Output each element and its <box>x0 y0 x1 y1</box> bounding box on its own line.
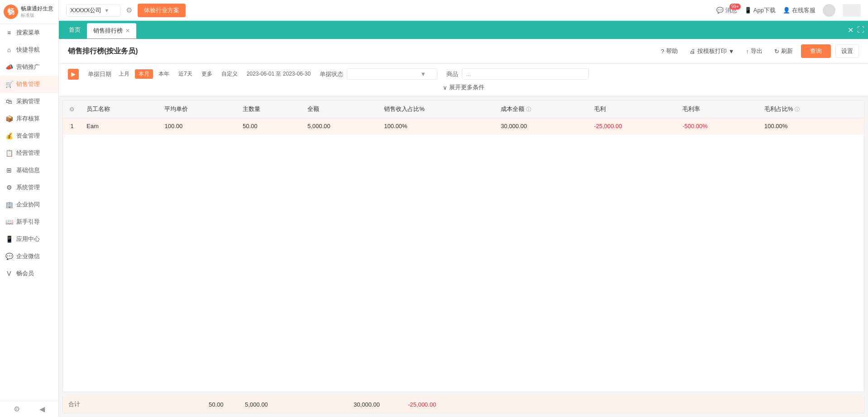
operations-icon: 📋 <box>5 149 13 157</box>
sidebar-item-inventory[interactable]: 📦 库存核算 <box>0 110 58 127</box>
company-selector[interactable]: XXXXX公司 ▼ <box>66 4 120 17</box>
collapse-icon[interactable]: ◀ <box>39 405 45 413</box>
app-label: App下载 <box>753 6 776 14</box>
company-name: XXXXX公司 <box>70 6 101 14</box>
date-tab-current-month[interactable]: 本月 <box>135 69 153 79</box>
date-tab-more[interactable]: 更多 <box>198 69 216 79</box>
tab-home[interactable]: 首页 <box>62 21 87 39</box>
sidebar-item-label: 资金管理 <box>16 132 40 140</box>
page-actions: ? 帮助 🖨 按模板打印 ▼ ↑ 导出 ↻ 刷新 查询 设置 <box>657 44 859 58</box>
sidebar-item-label: 新手引导 <box>16 218 40 226</box>
purchase-icon: 🛍 <box>5 98 13 105</box>
tab-label: 销售排行榜 <box>93 27 123 35</box>
sidebar-item-wechat[interactable]: 💬 企业微信 <box>0 248 58 265</box>
sidebar-item-label: 采购管理 <box>16 97 40 105</box>
date-tabs: 上月 本月 本年 近7天 更多 自定义 <box>115 69 241 79</box>
sidebar-item-marketing[interactable]: 📣 营销推广 <box>0 58 58 76</box>
sidebar-item-system[interactable]: ⚙ 系统管理 <box>0 179 58 196</box>
avatar[interactable] <box>823 4 835 17</box>
date-range-display: 2023-06-01 至 2023-06-30 <box>247 70 311 78</box>
sidebar-item-label: 库存核算 <box>16 115 40 123</box>
finance-icon: 💰 <box>5 132 13 139</box>
col-name-header: 员工名称 <box>81 101 159 118</box>
query-button[interactable]: 查询 <box>801 44 831 58</box>
sales-icon: 🛒 <box>5 81 13 88</box>
service-button[interactable]: 👤 在线客服 <box>783 6 815 14</box>
expand-down-icon: ∨ <box>443 84 447 91</box>
gross-pct-info-icon[interactable]: ⓘ <box>795 106 800 112</box>
sidebar-item-label: 系统管理 <box>16 183 40 192</box>
sidebar-item-sales[interactable]: 🛒 销售管理 <box>0 76 58 93</box>
date-tab-prev-month[interactable]: 上月 <box>115 69 133 79</box>
sidebar-item-label: 企业微信 <box>16 252 40 260</box>
sidebar-item-purchase[interactable]: 🛍 采购管理 <box>0 93 58 110</box>
sidebar-item-shortcut[interactable]: ⌂ 快捷导航 <box>0 41 58 58</box>
app-icon: 📱 <box>744 7 752 14</box>
col-avg-price-header: 平均单价 <box>159 101 237 118</box>
logo-text: 畅康通好生意 标准版 <box>21 5 53 19</box>
sidebar-item-member[interactable]: V 畅会员 <box>0 265 58 282</box>
refresh-button[interactable]: ↻ 刷新 <box>771 45 796 57</box>
filter-toggle-button[interactable]: ▶ <box>68 69 79 80</box>
sidebar-item-label: 企业协同 <box>16 201 40 209</box>
app-download-button[interactable]: 📱 App下载 <box>744 6 776 14</box>
settings-button[interactable]: 设置 <box>835 44 859 58</box>
sidebar-item-guide[interactable]: 📖 新手引导 <box>0 213 58 230</box>
col-settings: ⚙ <box>63 101 81 118</box>
date-tab-this-year[interactable]: 本年 <box>155 69 173 79</box>
cell-gross: -25,000.00 <box>589 118 677 134</box>
sidebar-item-apps[interactable]: 📱 应用中心 <box>0 230 58 248</box>
marketing-icon: 📣 <box>5 63 13 71</box>
sidebar-item-label: 营销推广 <box>16 63 40 71</box>
print-button[interactable]: 🖨 按模板打印 ▼ <box>686 45 738 57</box>
cell-sales-pct: 100.00% <box>379 118 495 134</box>
settings-icon[interactable]: ⚙ <box>126 6 132 14</box>
trial-button[interactable]: 体验行业方案 <box>138 4 186 17</box>
tab-close-icon[interactable]: ✕ <box>125 28 130 34</box>
sidebar-item-label: 应用中心 <box>16 235 40 243</box>
tab-bar: 首页 销售排行榜 ✕ ✕ ⛶ <box>59 21 868 39</box>
inventory-icon: 📦 <box>5 115 13 122</box>
expand-more-button[interactable]: ∨ 展开更多条件 <box>68 83 859 91</box>
print-icon: 🖨 <box>690 48 695 55</box>
message-icon: 💬 <box>716 7 724 14</box>
sidebar-bottom: ⚙ ◀ <box>0 401 58 417</box>
cell-gross-pct: 100.00% <box>759 118 864 134</box>
sidebar-item-label: 快捷导航 <box>16 46 40 54</box>
tab-close-window-icon[interactable]: ✕ <box>848 26 854 34</box>
content: 销售排行榜(按业务员) ? 帮助 🖨 按模板打印 ▼ ↑ 导出 ↻ 刷新 <box>59 39 868 417</box>
status-select[interactable]: ▼ <box>347 68 437 80</box>
footer-label: 合计 <box>68 400 91 408</box>
table-settings-icon[interactable]: ⚙ <box>69 106 75 113</box>
sidebar-item-operations[interactable]: 📋 经营管理 <box>0 144 58 162</box>
sidebar-item-basic[interactable]: ⊞ 基础信息 <box>0 162 58 179</box>
cost-info-icon[interactable]: ⓘ <box>526 106 531 112</box>
message-button[interactable]: 💬 消息 99+ <box>716 6 737 14</box>
export-button[interactable]: ↑ 导出 <box>743 45 767 57</box>
sidebar-item-finance[interactable]: 💰 资金管理 <box>0 127 58 144</box>
sidebar-item-label: 基础信息 <box>16 166 40 174</box>
tab-maximize-icon[interactable]: ⛶ <box>857 26 864 34</box>
table-header-row: ⚙ 员工名称 平均单价 主数量 全额 销售收入占比% 成本全额 ⓘ 毛利 毛利率 <box>63 101 864 118</box>
sidebar-item-enterprise[interactable]: 🏢 企业协同 <box>0 196 58 213</box>
help-label: 帮助 <box>666 47 678 55</box>
table-container: ⚙ 员工名称 平均单价 主数量 全额 销售收入占比% 成本全额 ⓘ 毛利 毛利率 <box>62 100 864 392</box>
col-sales-pct-header: 销售收入占比% <box>379 101 495 118</box>
help-button[interactable]: ? 帮助 <box>657 45 681 57</box>
wechat-icon: 💬 <box>5 253 13 260</box>
refresh-label: 刷新 <box>781 47 793 55</box>
footer-qty: 50.00 <box>209 401 245 408</box>
goods-input[interactable]: ... <box>462 68 589 80</box>
search-menu-icon: ≡ <box>5 29 13 36</box>
tab-sales-ranking[interactable]: 销售排行榜 ✕ <box>87 23 136 38</box>
company-dropdown-arrow: ▼ <box>104 8 109 13</box>
page-header: 销售排行榜(按业务员) ? 帮助 🖨 按模板打印 ▼ ↑ 导出 ↻ 刷新 <box>59 39 868 64</box>
goods-filter-label: 商品 <box>446 70 458 78</box>
data-table: ⚙ 员工名称 平均单价 主数量 全额 销售收入占比% 成本全额 ⓘ 毛利 毛利率 <box>63 101 864 134</box>
sidebar-item-search[interactable]: ≡ 搜索菜单 <box>0 24 58 41</box>
settings-bottom-icon[interactable]: ⚙ <box>14 405 20 413</box>
date-tab-custom[interactable]: 自定义 <box>218 69 241 79</box>
date-tab-7days[interactable]: 近7天 <box>175 69 196 79</box>
col-qty-header: 主数量 <box>237 101 302 118</box>
col-gross-rate-header: 毛利率 <box>677 101 759 118</box>
